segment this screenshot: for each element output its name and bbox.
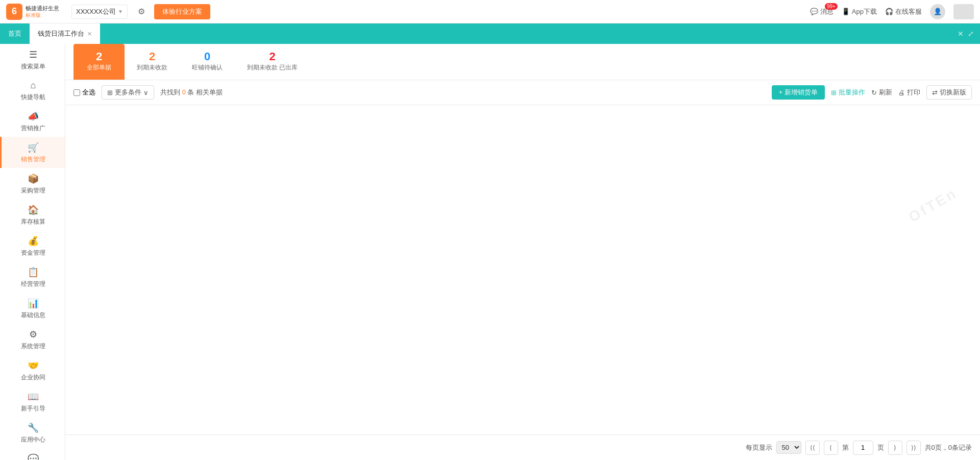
sidebar: ☰ 搜索菜单 ⌂ 快捷导航 📣 营销推广 🛒 销售管理 📦 采购管理 🏠 库存核… [0, 44, 65, 460]
header-right: 💬 消息 99+ 📱 App下载 🎧 在线客服 👤 [810, 4, 974, 19]
sidebar-item-system-label: 系统管理 [21, 342, 45, 351]
tab-close-icon[interactable]: ✕ [87, 31, 92, 37]
chevron-down-filter-icon: ∨ [143, 89, 149, 96]
refresh-icon: ↻ [871, 89, 877, 96]
stat-tab-pending[interactable]: 0 旺铺待确认 [180, 44, 235, 80]
result-text: 共找到 0 条 相关单据 [160, 88, 223, 97]
sidebar-item-search[interactable]: ☰ 搜索菜单 [0, 44, 65, 75]
tab-home[interactable]: 首页 [0, 23, 30, 44]
message-btn[interactable]: 💬 消息 99+ [810, 7, 834, 16]
page-prev-btn[interactable]: ⟨ [824, 441, 838, 455]
page-size-label: 每页显示 [746, 443, 772, 452]
sidebar-item-wechat[interactable]: 💬 企业微信 [0, 448, 65, 460]
sidebar-item-marketing[interactable]: 📣 营销推广 [0, 106, 65, 137]
search-menu-icon: ☰ [29, 49, 37, 60]
sidebar-item-inventory[interactable]: 🏠 库存核算 [0, 199, 65, 230]
page-input[interactable] [853, 441, 873, 455]
page-last-btn[interactable]: ⟩⟩ [906, 441, 921, 455]
switch-version-btn[interactable]: ⇄ 切换新版 [926, 85, 972, 100]
sidebar-item-marketing-label: 营销推广 [21, 124, 45, 133]
message-icon: 💬 [810, 8, 818, 15]
batch-operation-btn[interactable]: ⊞ 批量操作 [831, 88, 865, 97]
table-area: OfTEn [65, 105, 980, 434]
select-all-checkbox[interactable]: 全选 [74, 88, 95, 97]
appstore-icon: 🔧 [28, 422, 39, 433]
stats-tabs: 2 全部单据 2 到期未收款 0 旺铺待确认 2 到期未收款 已出库 [65, 44, 980, 80]
sidebar-item-base-info[interactable]: 📊 基础信息 [0, 293, 65, 324]
tab-work-bench[interactable]: 钱货日清工作台 ✕ [30, 23, 100, 44]
base-info-icon: 📊 [28, 298, 39, 309]
trial-button[interactable]: 体验行业方案 [154, 4, 210, 19]
sidebar-item-system[interactable]: ⚙ 系统管理 [0, 324, 65, 355]
total-text: 共0页，0条记录 [925, 443, 972, 452]
sidebar-item-quicknav[interactable]: ⌂ 快捷导航 [0, 75, 65, 106]
filter-label: 更多条件 [115, 88, 141, 97]
sidebar-item-enterprise[interactable]: 🤝 企业协同 [0, 355, 65, 386]
online-service-btn[interactable]: 🎧 在线客服 [885, 7, 922, 16]
tab-expand-icon[interactable]: ⤢ [968, 30, 974, 38]
tab-close-all-icon[interactable]: ✕ [958, 30, 964, 38]
switch-icon: ⇄ [932, 89, 938, 96]
content-area: 2 全部单据 2 到期未收款 0 旺铺待确认 2 到期未收款 已出库 全选 [65, 44, 980, 460]
filter-icon: ⊞ [107, 89, 113, 96]
wechat-icon: 💬 [28, 453, 39, 460]
stat-label-pending: 旺铺待确认 [192, 63, 223, 72]
sidebar-item-purchase[interactable]: 📦 采购管理 [0, 168, 65, 199]
sidebar-item-operations[interactable]: 📋 经营管理 [0, 261, 65, 293]
sidebar-item-appstore[interactable]: 🔧 应用中心 [0, 417, 65, 448]
cart-icon: 🛒 [28, 142, 39, 153]
sidebar-item-base-info-label: 基础信息 [21, 311, 45, 320]
sidebar-item-guide[interactable]: 📖 新手引导 [0, 386, 65, 417]
stat-tab-overdue[interactable]: 2 到期未收款 [125, 44, 180, 80]
header-middle: ⚙ 体验行业方案 [128, 4, 810, 19]
stat-num-overdue: 2 [149, 50, 155, 63]
result-suffix: 条 相关单据 [187, 88, 223, 96]
sidebar-item-guide-label: 新手引导 [21, 404, 45, 413]
add-sales-order-btn[interactable]: + 新增销货单 [772, 85, 825, 100]
page-next-btn[interactable]: ⟩ [888, 441, 902, 455]
stat-num-pending: 0 [204, 50, 210, 63]
sidebar-item-sales[interactable]: 🛒 销售管理 [0, 137, 65, 168]
sidebar-item-operations-label: 经营管理 [21, 280, 45, 288]
refresh-btn[interactable]: ↻ 刷新 [871, 88, 892, 97]
sidebar-item-search-label: 搜索菜单 [21, 62, 45, 71]
app-download-icon: 📱 [842, 8, 850, 15]
stat-tab-shipped[interactable]: 2 到期未收款 已出库 [235, 44, 310, 80]
message-badge: 99+ [825, 3, 838, 10]
batch-label: 批量操作 [839, 88, 865, 97]
company-selector[interactable]: XXXXXX公司 ▼ [71, 5, 128, 19]
toolbar: 全选 ⊞ 更多条件 ∨ 共找到 0 条 相关单据 + 新增销货单 ⊞ 批量操作 … [65, 80, 980, 105]
inventory-icon: 🏠 [28, 204, 39, 215]
print-label: 打印 [907, 88, 920, 97]
logo-icon: 6 [6, 4, 22, 20]
page-size-select[interactable]: 50 [776, 441, 801, 454]
settings-icon-btn[interactable]: ⚙ [134, 4, 149, 19]
operations-icon: 📋 [28, 267, 39, 278]
tab-home-label: 首页 [8, 29, 21, 38]
sidebar-item-quicknav-label: 快捷导航 [21, 93, 45, 102]
headset-icon: 🎧 [885, 8, 893, 15]
pagination-bar: 每页显示 50 ⟨⟨ ⟨ 第 页 ⟩ ⟩⟩ 共0页，0条记录 [65, 434, 980, 460]
sidebar-item-finance[interactable]: 💰 资金管理 [0, 230, 65, 261]
main-layout: ☰ 搜索菜单 ⌂ 快捷导航 📣 营销推广 🛒 销售管理 📦 采购管理 🏠 库存核… [0, 44, 980, 460]
avatar[interactable]: 👤 [930, 4, 945, 19]
tab-work-bench-label: 钱货日清工作台 [38, 29, 84, 38]
select-all-input[interactable] [74, 89, 80, 96]
sidebar-item-inventory-label: 库存核算 [21, 217, 45, 226]
watermark: OfTEn [906, 185, 960, 226]
logo-text: 畅捷通好生意 标准版 [26, 5, 59, 18]
logo-area: 6 畅捷通好生意 标准版 [6, 4, 71, 20]
online-service-label: 在线客服 [895, 7, 922, 16]
print-btn[interactable]: 🖨 打印 [898, 88, 920, 97]
tab-bar: 首页 钱货日清工作台 ✕ ✕ ⤢ [0, 23, 980, 44]
result-prefix: 共找到 [160, 88, 180, 96]
stat-tab-all[interactable]: 2 全部单据 [74, 44, 125, 80]
system-icon: ⚙ [29, 329, 37, 340]
top-header: 6 畅捷通好生意 标准版 XXXXXX公司 ▼ ⚙ 体验行业方案 💬 消息 99… [0, 0, 980, 23]
app-download-btn[interactable]: 📱 App下载 [842, 7, 877, 16]
finance-icon: 💰 [28, 235, 39, 247]
tab-bar-controls: ✕ ⤢ [958, 30, 980, 38]
megaphone-icon: 📣 [28, 111, 39, 122]
filter-button[interactable]: ⊞ 更多条件 ∨ [102, 85, 154, 100]
page-first-btn[interactable]: ⟨⟨ [805, 441, 820, 455]
